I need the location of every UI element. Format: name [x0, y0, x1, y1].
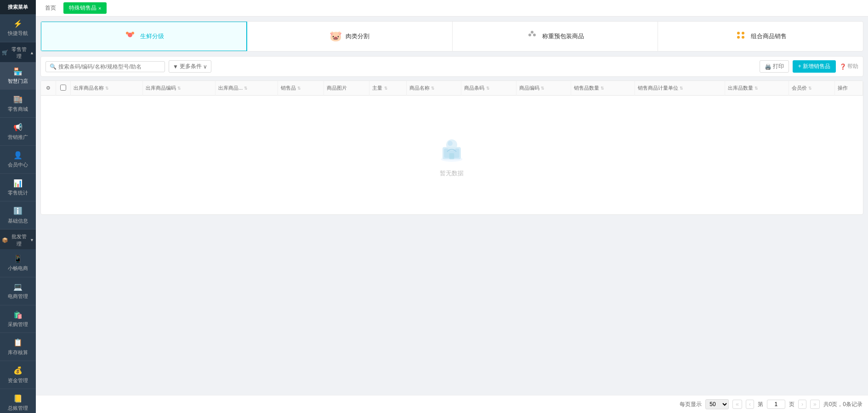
svg-point-3: [528, 34, 531, 36]
filter-button[interactable]: ▼ 更多条件 ∨: [169, 60, 211, 73]
sidebar-item-ecommerce-mgmt[interactable]: 💻 电商管理: [0, 277, 36, 305]
sort-item-barcode-icon[interactable]: ⇅: [486, 86, 490, 91]
col-sales-item: 销售品 ⇅: [278, 81, 323, 96]
quick-nav-icon: ⚡: [2, 19, 34, 29]
page-input[interactable]: [767, 400, 785, 409]
sidebar-item-smart-store[interactable]: 🏪 智慧门店: [0, 62, 36, 90]
first-page-button[interactable]: «: [732, 400, 742, 409]
prev-page-button[interactable]: ‹: [746, 400, 754, 409]
empty-text: 暂无数据: [440, 169, 464, 178]
per-page-label: 每页显示: [680, 401, 702, 408]
svg-point-2: [131, 32, 134, 34]
tab-close-icon[interactable]: ×: [98, 6, 101, 11]
col-action: 操作: [834, 81, 862, 96]
filter-chevron-icon: ∨: [203, 63, 207, 70]
col-member-price: 会员价 ⇅: [789, 81, 834, 96]
sidebar-item-retail-mgmt[interactable]: 🛒 零售管理 ▲: [0, 42, 36, 62]
meat-cut-icon: 🐷: [329, 30, 342, 42]
smart-store-icon: 🏪: [2, 67, 34, 77]
wholesale-mgmt-icon: 📦: [2, 237, 8, 244]
cat-tab-fresh-grade[interactable]: 生鲜分级: [40, 21, 247, 52]
sidebar-item-inventory-calc[interactable]: 📋 库存核算: [0, 333, 36, 361]
sidebar-item-retail-stats[interactable]: 📊 零售统计: [0, 174, 36, 202]
basic-info-icon: ℹ️: [2, 206, 34, 216]
sort-out-qty-icon[interactable]: ⇅: [755, 86, 758, 91]
col-checkbox[interactable]: [56, 81, 70, 96]
table-header-row: ⚙ 出库商品名称 ⇅ 出库商品编码 ⇅: [41, 81, 863, 96]
sidebar-logo[interactable]: 搜索菜单: [0, 0, 36, 14]
search-input[interactable]: [58, 63, 161, 70]
filter-icon: ▼: [173, 63, 178, 70]
sort-sales-qty-icon[interactable]: ⇅: [601, 86, 604, 91]
inventory-calc-icon: 📋: [2, 338, 34, 348]
sort-item-name-icon[interactable]: ⇅: [431, 86, 435, 91]
sort-main-weight-icon[interactable]: ⇅: [384, 86, 388, 91]
wholesale-chevron: ▼: [30, 237, 34, 243]
col-item-name: 商品名称 ⇅: [407, 81, 461, 96]
col-sales-unit: 销售商品计量单位 ⇅: [635, 81, 725, 96]
col-out-name: 出库商品名称 ⇅: [70, 81, 143, 96]
col-sales-qty: 销售品数量 ⇅: [571, 81, 635, 96]
col-item-code: 商品编码 ⇅: [516, 81, 571, 96]
main-content: 首页 特殊销售品 × 生鲜分级 🐷 肉类分割: [36, 0, 868, 413]
empty-row: 暂无数据: [41, 96, 863, 215]
sidebar-item-basic-info[interactable]: ℹ️ 基础信息: [0, 201, 36, 229]
last-page-button[interactable]: »: [810, 400, 820, 409]
svg-point-5: [533, 34, 536, 36]
active-tab[interactable]: 特殊销售品 ×: [63, 2, 107, 14]
finance-mgmt-icon: 💰: [2, 366, 34, 376]
sort-out-spec-icon[interactable]: ⇅: [244, 86, 248, 91]
sort-sales-item-icon[interactable]: ⇅: [297, 86, 301, 91]
sidebar-item-mini-shop[interactable]: 📱 小畅电商: [0, 249, 36, 277]
col-settings[interactable]: ⚙: [41, 81, 56, 96]
search-box[interactable]: 🔍: [45, 61, 165, 72]
select-all-checkbox[interactable]: [60, 85, 66, 91]
sort-item-code-icon[interactable]: ⇅: [541, 86, 545, 91]
sort-out-code-icon[interactable]: ⇅: [177, 86, 181, 91]
add-button[interactable]: + 新增销售品: [793, 60, 836, 73]
sidebar-item-sales-promo[interactable]: 📢 营销推广: [0, 118, 36, 146]
sidebar-item-finance-mgmt[interactable]: 💰 资金管理: [0, 361, 36, 389]
search-icon: 🔍: [50, 63, 57, 70]
sort-sales-unit-icon[interactable]: ⇅: [680, 86, 683, 91]
ledger-mgmt-icon: 📒: [2, 394, 34, 404]
svg-point-6: [737, 32, 740, 34]
sidebar-item-quick-nav[interactable]: ⚡ 快捷导航: [0, 14, 36, 42]
toolbar-right: 🖨️ 打印 + 新增销售品 ❓ 帮助: [760, 60, 858, 73]
cat-tab-meat-cut[interactable]: 🐷 肉类分割: [247, 22, 452, 51]
combo-sales-icon: [734, 29, 747, 44]
sidebar-item-retail-mall[interactable]: 🏬 零售商城: [0, 90, 36, 118]
svg-point-7: [742, 32, 744, 34]
svg-point-8: [737, 36, 740, 39]
col-item-img: 商品图片: [323, 81, 369, 96]
next-page-button[interactable]: ›: [798, 400, 806, 409]
retail-stats-icon: 📊: [2, 178, 34, 189]
svg-point-9: [742, 36, 744, 39]
sort-member-price-icon[interactable]: ⇅: [808, 86, 812, 91]
home-tab[interactable]: 首页: [41, 2, 60, 14]
per-page-select[interactable]: 10 20 50 100: [705, 399, 729, 409]
empty-illustration: [433, 132, 470, 165]
retail-mall-icon: 🏬: [2, 94, 34, 104]
sidebar-item-wholesale-mgmt[interactable]: 📦 批发管理 ▼: [0, 229, 36, 249]
mini-shop-icon: 📱: [2, 254, 34, 264]
total-label: 共0页，0条记录: [823, 401, 862, 408]
cat-tab-weigh-pack[interactable]: 称重预包装商品: [453, 22, 658, 51]
data-table: ⚙ 出库商品名称 ⇅ 出库商品编码 ⇅: [41, 81, 863, 214]
svg-point-1: [126, 32, 129, 34]
page-content: 生鲜分级 🐷 肉类分割 称重预包装商品: [36, 17, 868, 395]
print-button[interactable]: 🖨️ 打印: [760, 60, 789, 73]
sidebar: 搜索菜单 ⚡ 快捷导航 🛒 零售管理 ▲ 🏪 智慧门店 🏬 零售商城 📢 营销推…: [0, 0, 36, 413]
col-item-barcode: 商品条码 ⇅: [461, 81, 516, 96]
sidebar-item-purchase-mgmt[interactable]: 🛍️ 采购管理: [0, 305, 36, 333]
page-suffix: 页: [789, 401, 794, 408]
sidebar-item-ledger-mgmt[interactable]: 📒 总账管理: [0, 389, 36, 413]
print-icon: 🖨️: [765, 63, 772, 70]
col-out-code: 出库商品编码 ⇅: [143, 81, 216, 96]
ecommerce-mgmt-icon: 💻: [2, 282, 34, 292]
sidebar-item-member-center[interactable]: 👤 会员中心: [0, 146, 36, 174]
cat-tab-combo-sales[interactable]: 组合商品销售: [658, 22, 863, 51]
help-button[interactable]: ❓ 帮助: [840, 63, 858, 70]
topbar: 首页 特殊销售品 ×: [36, 0, 868, 17]
sort-out-name-icon[interactable]: ⇅: [105, 86, 109, 91]
